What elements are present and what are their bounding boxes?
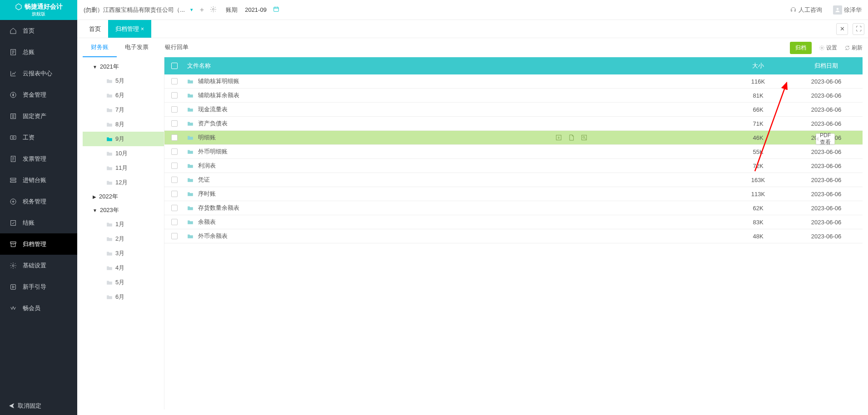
folder-icon: [106, 165, 113, 171]
sidebar-item-guide[interactable]: 新手引导: [0, 276, 77, 297]
tree-month[interactable]: 8月: [83, 117, 164, 132]
subtab-0[interactable]: 财务账: [83, 38, 117, 57]
tree-month[interactable]: 5月: [83, 275, 164, 290]
sidebar-item-label: 云报表中心: [23, 69, 52, 78]
tree-month-label: 7月: [115, 106, 124, 114]
guide-icon: [9, 283, 17, 291]
sidebar-item-ledger[interactable]: 总账: [0, 41, 77, 63]
close-all-button[interactable]: ✕: [836, 23, 848, 35]
row-checkbox[interactable]: [171, 120, 178, 127]
table-row[interactable]: 利润表72K2023-06-06: [164, 159, 863, 173]
table-row[interactable]: 序时账113K2023-06-06: [164, 187, 863, 201]
tree-month[interactable]: 6月: [83, 290, 164, 304]
sidebar-item-label: 固定资产: [23, 112, 46, 120]
tree-month-label: 2月: [115, 235, 124, 243]
row-checkbox[interactable]: [171, 148, 178, 155]
row-checkbox[interactable]: [171, 134, 178, 141]
table-row[interactable]: 余额表83K2023-06-06: [164, 215, 863, 229]
sidebar-item-asset[interactable]: 固定资产: [0, 105, 77, 127]
file-table: 文件名称 大小 归档日期 辅助核算明细账116K2023-06-06辅助核算余额…: [164, 57, 863, 410]
tree-month[interactable]: 9月: [83, 132, 164, 146]
file-size: 66K: [726, 106, 790, 113]
folder-icon: [187, 121, 193, 126]
tree-year[interactable]: ▼2023年: [83, 203, 164, 217]
sidebar-item-tax[interactable]: 税务管理: [0, 191, 77, 212]
tab-1[interactable]: 归档管理×: [108, 20, 151, 38]
table-row[interactable]: 外币明细账55K2023-06-06: [164, 145, 863, 159]
gear-icon[interactable]: [210, 6, 217, 14]
sidebar-item-salary[interactable]: 工资: [0, 127, 77, 148]
tree-year[interactable]: ▼2021年: [83, 60, 164, 74]
svg-point-16: [821, 47, 823, 48]
tree-month[interactable]: 10月: [83, 146, 164, 161]
consult-button[interactable]: 人工咨询: [790, 6, 822, 14]
fullscreen-button[interactable]: ⛶: [853, 23, 864, 35]
logo-sub: 旗舰版: [32, 11, 45, 17]
sidebar-item-settings[interactable]: 基础设置: [0, 255, 77, 276]
tree-month[interactable]: 4月: [83, 261, 164, 275]
row-checkbox[interactable]: [171, 191, 178, 197]
chevron-down-icon[interactable]: ▾: [190, 7, 193, 13]
sidebar-item-invoice[interactable]: 发票管理: [0, 148, 77, 169]
row-checkbox[interactable]: [171, 219, 178, 225]
row-checkbox[interactable]: [171, 78, 178, 84]
unpin-button[interactable]: ⮜ 取消固定: [0, 397, 77, 415]
tree-month[interactable]: 11月: [83, 161, 164, 175]
tree-month[interactable]: 5月: [83, 74, 164, 88]
file-name: 余额表: [198, 218, 216, 226]
subtab-2[interactable]: 银行回单: [157, 38, 197, 57]
pdf-icon[interactable]: [567, 133, 575, 142]
company-selector[interactable]: (勿删）江西服宝精品有限责任公司（...: [84, 6, 185, 14]
row-checkbox[interactable]: [171, 233, 178, 239]
table-row[interactable]: 资产负债表71K2023-06-06: [164, 117, 863, 131]
table-row[interactable]: 凭证163K2023-06-06: [164, 173, 863, 187]
tree-month[interactable]: 2月: [83, 232, 164, 246]
tree-year[interactable]: ▶2022年: [83, 190, 164, 203]
sidebar-item-close[interactable]: 结账: [0, 212, 77, 233]
tab-0[interactable]: 首页: [82, 20, 108, 38]
tree-month[interactable]: 7月: [83, 103, 164, 117]
table-row[interactable]: 现金流量表66K2023-06-06: [164, 103, 863, 117]
file-name: 辅助核算余额表: [198, 91, 239, 99]
consult-label: 人工咨询: [799, 6, 822, 14]
row-checkbox[interactable]: [171, 92, 178, 99]
table-row[interactable]: 辅助核算余额表81K2023-06-06: [164, 89, 863, 103]
row-checkbox[interactable]: [171, 205, 178, 211]
archive-button[interactable]: 归档: [790, 42, 812, 54]
add-icon[interactable]: ＋: [198, 5, 205, 14]
tree-month[interactable]: 12月: [83, 175, 164, 190]
tabbar: 首页归档管理× ✕ ⛶: [77, 20, 868, 38]
table-row[interactable]: 存货数量余额表62K2023-06-06: [164, 201, 863, 215]
download-icon[interactable]: [555, 133, 563, 142]
refresh-button[interactable]: 刷新: [844, 44, 863, 52]
tree-month[interactable]: 1月: [83, 217, 164, 232]
user-menu[interactable]: 徐泽华: [833, 5, 862, 15]
sidebar-item-vip[interactable]: 畅会员: [0, 297, 77, 319]
row-checkbox[interactable]: [171, 163, 178, 169]
folder-icon: [187, 93, 193, 98]
tree-month[interactable]: 3月: [83, 246, 164, 261]
file-name: 存货数量余额表: [198, 204, 239, 212]
row-checkbox[interactable]: [171, 106, 178, 113]
settings-button[interactable]: 设置: [819, 44, 837, 52]
table-row[interactable]: 明细账PDF查看46K2023-06-06: [164, 131, 863, 145]
logo[interactable]: 畅捷通好会计 旗舰版: [0, 0, 77, 20]
tree-month-label: 6月: [115, 91, 124, 99]
table-row[interactable]: 外币余额表48K2023-06-06: [164, 229, 863, 243]
tree-month[interactable]: 6月: [83, 88, 164, 103]
select-all-checkbox[interactable]: [171, 63, 178, 69]
table-row[interactable]: 辅助核算明细账116K2023-06-06: [164, 74, 863, 89]
sidebar-item-archive[interactable]: 归档管理: [0, 233, 77, 255]
subtab-1[interactable]: 电子发票: [117, 38, 157, 57]
close-icon[interactable]: ×: [141, 26, 144, 32]
row-checkbox[interactable]: [171, 177, 178, 183]
preview-icon[interactable]: [580, 133, 588, 142]
period-value[interactable]: 2021-09: [245, 6, 267, 13]
tree-month-label: 8月: [115, 120, 124, 128]
sidebar-item-home[interactable]: 首页: [0, 20, 77, 41]
svg-rect-6: [10, 178, 16, 179]
sidebar-item-stock[interactable]: 进销台账: [0, 169, 77, 191]
sidebar-item-money[interactable]: 资金管理: [0, 84, 77, 105]
sidebar-item-chart[interactable]: 云报表中心: [0, 63, 77, 84]
calendar-icon[interactable]: [273, 6, 279, 14]
